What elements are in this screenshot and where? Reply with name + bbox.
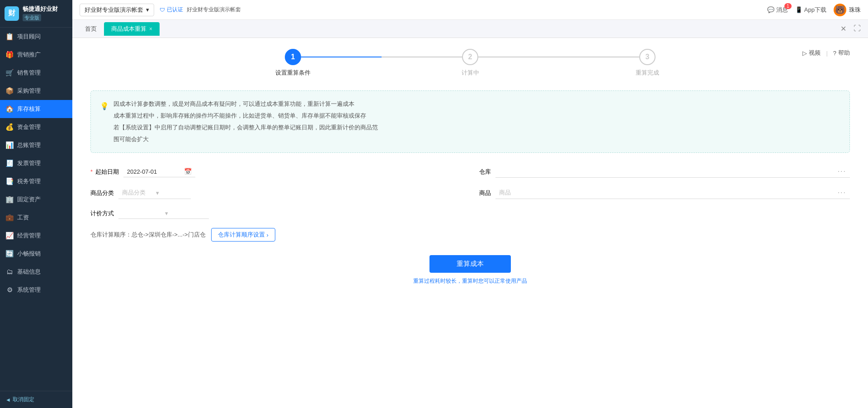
sidebar-item-sales[interactable]: 🛒 销售管理 (0, 64, 72, 82)
step-1-label: 设置重算条件 (275, 69, 311, 77)
app-name: 畅捷通好业财 (23, 5, 58, 13)
company-select-text: 好业财专业版演示帐套 (85, 6, 143, 14)
topbar-right: 💬 消息 1 📱 App下载 🐻 珠珠 (767, 4, 861, 16)
price-method-select[interactable]: ▾ (118, 208, 209, 219)
notice-icon: 💡 (100, 99, 109, 145)
sidebar-item-label-inventory: 库存核算 (17, 105, 41, 113)
sidebar-item-accounting[interactable]: 📊 总账管理 (0, 136, 72, 154)
avatar: 🐻 (834, 4, 846, 16)
category-placeholder: 商品分类 (122, 189, 153, 197)
goods-more-icon[interactable]: ··· (838, 189, 846, 197)
sidebar-item-finance[interactable]: 💰 资金管理 (0, 118, 72, 136)
question-icon: ? (833, 50, 836, 57)
sidebar-item-project[interactable]: 📋 项目顾问 (0, 28, 72, 46)
sidebar-item-label-project: 项目顾问 (17, 33, 41, 41)
category-select[interactable]: 商品分类 ▾ (118, 187, 191, 199)
inventory-icon: 🏠 (5, 105, 14, 113)
user-avatar-area[interactable]: 🐻 珠珠 (834, 4, 861, 16)
top-actions: ▷ 视频 | ? 帮助 (802, 49, 850, 57)
app-edition: 专业版 (23, 14, 41, 21)
step-1: 1 设置重算条件 (204, 49, 382, 77)
payroll-icon: 💼 (5, 213, 14, 222)
tab-goods-cost[interactable]: 商品成本重算 × (104, 22, 160, 36)
project-icon: 📋 (5, 33, 14, 41)
step-3: 3 重算完成 (559, 49, 736, 77)
sidebar-item-assets[interactable]: 🏢 固定资产 (0, 190, 72, 209)
tabs-bar: 首页 商品成本重算 × ✕ ⛶ (72, 20, 868, 38)
play-icon: ▷ (802, 50, 807, 57)
warehouse-field: 仓库 ··· (479, 166, 850, 178)
sidebar-item-marketing[interactable]: 🎁 营销推广 (0, 46, 72, 64)
app-logo-text: 畅捷通好业财 专业版 (23, 5, 58, 22)
sidebar-item-expense[interactable]: 🔄 小畅报销 (0, 245, 72, 263)
calendar-icon[interactable]: 📅 (184, 168, 192, 175)
sidebar-item-system[interactable]: ⚙ 系统管理 (0, 281, 72, 299)
start-date-input[interactable] (127, 168, 181, 175)
chevron-down-icon: ▾ (156, 190, 187, 196)
tax-icon: 📑 (5, 177, 14, 185)
submit-btn-label: 重算成本 (457, 260, 484, 267)
help-label: 帮助 (838, 49, 850, 57)
notice-line-1: 因成本计算参数调整，或是对商品成本有疑问时，可以通过成本重算功能，重新计算一遍成… (113, 98, 378, 110)
sidebar-item-label-operations: 经营管理 (17, 232, 41, 240)
start-date-field: * 起始日期 📅 (90, 166, 461, 177)
sidebar-item-tax[interactable]: 📑 税务管理 (0, 172, 72, 190)
close-window-button[interactable]: ✕ (839, 23, 848, 35)
sidebar-item-label-basic: 基础信息 (17, 268, 41, 276)
video-link[interactable]: ▷ 视频 (802, 49, 821, 57)
submit-button[interactable]: 重算成本 (429, 255, 511, 273)
help-link[interactable]: ? 帮助 (833, 49, 850, 57)
warehouse-order-btn-label: 仓库计算顺序设置 (218, 231, 265, 239)
tab-close-icon[interactable]: × (149, 26, 152, 32)
form-row-2: 商品分类 商品分类 ▾ 商品 商品 ··· (90, 187, 850, 199)
system-icon: ⚙ (5, 286, 14, 294)
warehouse-more-icon[interactable]: ··· (838, 167, 846, 176)
tab-goods-cost-label: 商品成本重算 (111, 25, 146, 33)
chevron-down-icon: ▾ (146, 6, 149, 13)
goods-placeholder: 商品 (499, 189, 838, 197)
start-date-input-wrap[interactable]: 📅 (123, 166, 195, 177)
sidebar-item-operations[interactable]: 📈 经营管理 (0, 227, 72, 245)
warehouse-order-row: 仓库计算顺序：总仓->深圳仓库->...->门店仓 仓库计算顺序设置 › (90, 228, 850, 242)
purchase-icon: 📦 (5, 87, 14, 95)
goods-input-wrap[interactable]: 商品 ··· (495, 187, 850, 199)
sidebar-item-label-sales: 销售管理 (17, 69, 41, 77)
unpin-button[interactable]: ◄ 取消固定 (0, 391, 72, 408)
sidebar-item-inventory[interactable]: 🏠 库存核算 (0, 100, 72, 118)
sidebar-item-invoice[interactable]: 🧾 发票管理 (0, 154, 72, 172)
sales-icon: 🛒 (5, 69, 14, 77)
form-row-3: 计价方式 ▾ (90, 208, 850, 219)
company-select[interactable]: 好业财专业版演示帐套 ▾ (80, 4, 154, 16)
app-download-button[interactable]: 📱 App下载 (795, 6, 826, 14)
finance-icon: 💰 (5, 123, 14, 131)
tab-home[interactable]: 首页 (78, 22, 104, 36)
notice-box: 💡 因成本计算参数调整，或是对商品成本有疑问时，可以通过成本重算功能，重新计算一… (90, 90, 850, 153)
sidebar-item-label-invoice: 发票管理 (17, 159, 41, 167)
sidebar-item-purchase[interactable]: 📦 采购管理 (0, 82, 72, 100)
operations-icon: 📈 (5, 232, 14, 240)
sidebar-item-basic[interactable]: 🗂 基础信息 (0, 263, 72, 281)
step-2-circle: 2 (462, 49, 478, 65)
sidebar-nav: 📋 项目顾问 🎁 营销推广 🛒 销售管理 📦 采购管理 🏠 库存核算 💰 资金管… (0, 28, 72, 391)
video-label: 视频 (809, 49, 821, 57)
app-download-label: App下载 (804, 6, 826, 14)
step-1-circle: 1 (285, 49, 301, 65)
shield-icon: 🛡 (160, 7, 165, 13)
sidebar-item-label-finance: 资金管理 (17, 123, 41, 131)
message-button[interactable]: 💬 消息 1 (767, 6, 788, 14)
form-row-1: * 起始日期 📅 仓库 ··· (90, 166, 850, 178)
expense-icon: 🔄 (5, 250, 14, 258)
sidebar-item-payroll[interactable]: 💼 工资 (0, 209, 72, 227)
username: 珠珠 (849, 6, 861, 14)
expand-window-button[interactable]: ⛶ (852, 23, 863, 35)
tabs-right-actions: ✕ ⛶ (839, 23, 863, 35)
goods-field: 商品 商品 ··· (479, 187, 850, 199)
steps-section: ▷ 视频 | ? 帮助 1 设置重算条件 (90, 49, 850, 77)
warehouse-input-wrap[interactable]: ··· (495, 166, 850, 178)
sidebar-item-label-purchase: 采购管理 (17, 87, 41, 95)
basic-icon: 🗂 (5, 268, 14, 276)
topbar: 好业财专业版演示帐套 ▾ 🛡 已认证 好业财专业版演示帐套 💬 消息 1 📱 A… (72, 0, 868, 20)
triangle-icon: ◄ (5, 397, 11, 403)
warehouse-order-button[interactable]: 仓库计算顺序设置 › (211, 228, 275, 242)
start-date-label: * 起始日期 (90, 168, 119, 176)
